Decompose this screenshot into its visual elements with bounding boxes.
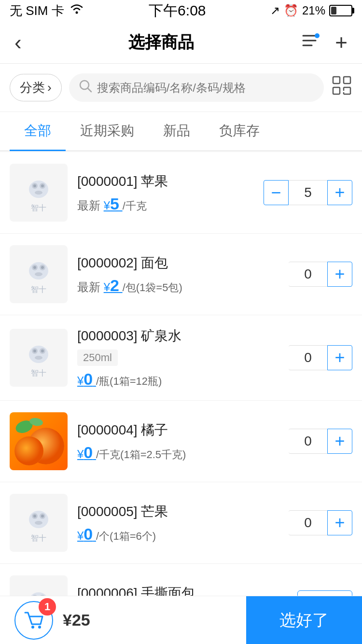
category-button[interactable]: 分类 › [10,74,62,101]
svg-point-44 [35,521,42,525]
svg-point-55 [38,626,41,629]
page-title: 选择商品 [128,31,194,54]
tab-bar: 全部 近期采购 新品 负库存 [0,112,362,151]
svg-point-27 [29,346,48,363]
qty-input-water[interactable] [289,345,327,370]
product-info-bread: [0000002] 面包 最新 ¥2 /包(1袋=5包) [77,254,279,295]
qty-control-apple: − + [264,180,352,205]
product-price-orange: ¥0 /千克(1箱=2.5千克) [77,443,279,462]
product-info-mango: [0000005] 芒果 ¥0 /个(1箱=6个) [77,503,279,544]
product-name-water: [0000003] 矿泉水 [77,327,279,345]
product-item-0000001: 智十 [0000001] 苹果 最新 ¥5 /千克 − + [0,152,362,234]
qty-plus-mango[interactable]: + [327,510,352,535]
add-button[interactable]: + [335,30,348,55]
alarm-icon: ⏰ [284,4,298,17]
qty-input-orange[interactable] [289,429,327,454]
svg-line-6 [88,88,91,92]
nav-actions: + [301,30,348,55]
svg-point-30 [33,350,36,352]
svg-point-24 [33,266,36,269]
product-name-mango: [0000005] 芒果 [77,503,279,521]
search-input-wrap [69,73,324,102]
confirm-button[interactable]: 选好了 [246,596,362,644]
filter-search-bar: 分类 › [0,64,362,112]
status-bar: 无 SIM 卡 下午6:08 ↗ ⏰ 21% [0,0,362,21]
svg-rect-8 [333,87,340,94]
qty-control-orange: + [289,429,352,454]
battery-percent: 21% [302,4,325,17]
svg-point-54 [31,626,34,629]
tab-all[interactable]: 全部 [10,112,66,151]
category-label: 分类 [20,79,45,96]
product-item-0000005: 智十 [0000005] 芒果 ¥0 /个(1箱=6个) + [0,482,362,564]
product-image-bread: 智十 [10,245,68,303]
svg-point-42 [33,515,36,518]
search-input[interactable] [97,81,314,95]
product-info-apple: [0000001] 苹果 最新 ¥5 /千克 [77,172,254,213]
product-price-bread: 最新 ¥2 /包(1袋=5包) [77,276,279,295]
svg-point-0 [75,11,78,14]
product-price-apple: 最新 ¥5 /千克 [77,195,254,213]
qty-input-apple[interactable] [289,180,327,205]
bottom-bar: 1 ¥25 选好了 [0,596,362,644]
nav-bar: ‹ 选择商品 + [0,21,362,64]
svg-point-21 [29,262,48,280]
search-icon [79,79,92,96]
scan-icon[interactable] [331,75,352,100]
svg-point-36 [14,436,43,465]
svg-point-15 [29,181,48,198]
svg-point-43 [41,515,44,518]
svg-point-39 [29,511,48,528]
svg-point-26 [35,272,42,276]
product-price-water: ¥0 /瓶(1箱=12瓶) [77,370,279,389]
cart-total: ¥25 [63,611,90,630]
qty-control-bread: + [289,262,352,287]
tab-negative[interactable]: 负库存 [205,112,274,151]
svg-point-31 [41,350,44,352]
product-image-apple: 智十 [10,164,68,222]
product-name-apple: [0000001] 苹果 [77,172,254,191]
cart-icon[interactable]: 1 [14,601,53,640]
svg-rect-7 [333,77,340,84]
product-price-mango: ¥0 /个(1箱=6个) [77,525,279,544]
qty-plus-water[interactable]: + [327,345,352,370]
qty-plus-bread[interactable]: + [327,262,352,287]
status-left: 无 SIM 卡 [10,2,84,19]
product-name-orange: [0000004] 橘子 [77,421,279,439]
qty-plus-apple[interactable]: + [327,180,352,205]
svg-point-20 [35,191,42,195]
product-image-orange [10,412,68,470]
carrier-text: 无 SIM 卡 [10,2,64,19]
svg-point-32 [35,356,42,360]
cart-section: 1 ¥25 [0,601,246,640]
product-image-mango: 智十 [10,494,68,552]
svg-point-18 [33,184,36,187]
product-item-0000004: [0000004] 橘子 ¥0 /千克(1箱=2.5千克) + [0,401,362,482]
wifi-icon [69,3,84,18]
filter-icon[interactable] [301,32,320,53]
location-icon: ↗ [270,4,280,17]
qty-minus-apple[interactable]: − [264,180,289,205]
battery-icon [329,5,352,16]
product-info-water: [0000003] 矿泉水 250ml ¥0 /瓶(1箱=12瓶) [77,327,279,389]
svg-rect-9 [344,77,350,84]
svg-point-25 [41,266,44,269]
product-name-bread: [0000002] 面包 [77,254,279,272]
status-time: 下午6:08 [149,1,206,21]
product-list: 智十 [0000001] 苹果 最新 ¥5 /千克 − + [0,152,362,644]
status-right: ↗ ⏰ 21% [270,4,352,17]
back-button[interactable]: ‹ [14,30,22,55]
qty-input-mango[interactable] [289,510,327,535]
product-item-0000003: 智十 [0000003] 矿泉水 250ml ¥0 /瓶(1箱=12瓶) + [0,315,362,401]
qty-plus-orange[interactable]: + [327,429,352,454]
qty-control-water: + [289,345,352,370]
svg-point-4 [315,33,320,38]
tab-new[interactable]: 新品 [149,112,205,151]
product-info-orange: [0000004] 橘子 ¥0 /千克(1箱=2.5千克) [77,421,279,462]
product-image-water: 智十 [10,329,68,387]
qty-input-bread[interactable] [289,262,327,287]
category-chevron: › [47,80,52,95]
tab-recent[interactable]: 近期采购 [66,112,149,151]
product-spec-water: 250ml [77,350,118,366]
product-item-0000002: 智十 [0000002] 面包 最新 ¥2 /包(1袋=5包) + [0,234,362,315]
